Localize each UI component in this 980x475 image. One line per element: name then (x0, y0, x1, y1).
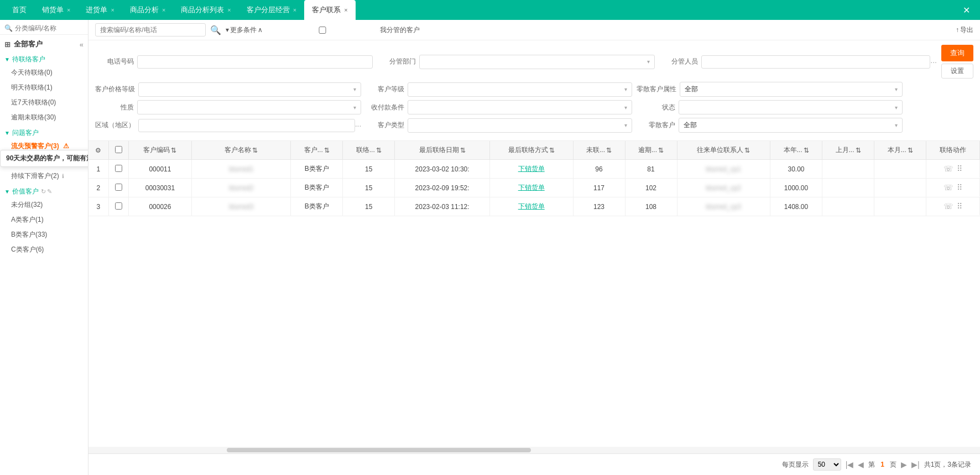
refresh-icon[interactable]: ↻ (41, 188, 46, 195)
tab-customer-contact[interactable]: 客户联系 × (304, 0, 355, 20)
field-nature: 性质 ▾ (95, 100, 361, 114)
cell-checkbox-1[interactable] (108, 179, 128, 197)
field-retail-customer-select[interactable]: 全部▾ (679, 118, 903, 133)
col-code-sort: 客户编码 ⇅ (143, 145, 176, 155)
sidebar-collapse-icon[interactable]: « (80, 40, 84, 49)
tab-product-analysis-list[interactable]: 商品分析列表 × (173, 0, 238, 20)
field-region-dots[interactable]: ··· (355, 121, 362, 130)
search-button[interactable]: 🔍 (210, 25, 221, 35)
cell-checkbox-2[interactable] (108, 197, 128, 216)
sidebar-item-today-pending[interactable]: 今天待联络(0) (0, 65, 88, 80)
col-overdue[interactable]: 逾期... ⇅ (625, 141, 677, 160)
arrow-icon-value: ▼ (4, 189, 10, 195)
cell-last-contact-method-2[interactable]: 下销货单 (489, 197, 573, 216)
cell-checkbox-0[interactable] (108, 160, 128, 179)
settings-button[interactable]: 设置 (941, 64, 973, 79)
sidebar-item-class-a[interactable]: A类客户(1) (0, 212, 88, 227)
sidebar-item-class-c[interactable]: C类客户(6) (0, 242, 88, 257)
more-conditions-button[interactable]: ▾ 更多条件 ∧ (226, 25, 263, 35)
per-page-label: 每页显示 (782, 460, 809, 469)
col-last-contact-method[interactable]: 最后联络方式 ⇅ (489, 141, 573, 160)
query-button[interactable]: 查询 (941, 45, 973, 61)
tab-customer-tier[interactable]: 客户分层经营 × (239, 0, 304, 20)
tab-sales-order[interactable]: 销货单 × (34, 0, 78, 20)
sidebar-search-input[interactable] (15, 24, 88, 32)
search-input[interactable] (95, 23, 206, 36)
col-last-month[interactable]: 上月... ⇅ (822, 141, 874, 160)
tab-close-product-analysis-list[interactable]: × (227, 7, 231, 13)
action-contact-icon-2[interactable]: ☏ (943, 202, 953, 211)
tab-home[interactable]: 首页 (4, 0, 34, 20)
tab-close-product-analysis[interactable]: × (162, 7, 165, 13)
field-dept-select[interactable]: ▾ (419, 55, 655, 69)
field-region-input[interactable] (138, 119, 355, 132)
col-last-contact-date[interactable]: 最后联络日期 ⇅ (395, 141, 490, 160)
col-no-contact-days[interactable]: 未联... ⇅ (573, 141, 625, 160)
sidebar-item-7days-pending[interactable]: 近7天待联络(0) (0, 95, 88, 110)
sidebar-item-class-b[interactable]: B类客户(33) (0, 227, 88, 242)
action-more-icon-0[interactable]: ⠿ (957, 164, 962, 173)
col-contact-count[interactable]: 联络... ⇅ (343, 141, 395, 160)
tab-close-customer-tier[interactable]: × (293, 7, 296, 13)
per-page-select[interactable]: 50 100 200 (813, 458, 841, 471)
close-all-tabs-button[interactable]: ✕ (957, 5, 976, 15)
tab-purchase-order[interactable]: 进货单 × (78, 0, 122, 20)
field-customer-tier-select[interactable]: ▾ (408, 82, 632, 97)
sidebar-item-churn-warning[interactable]: 流失预警客户(3) ⚠ 90天未交易的客户，可能有流失风险。 (0, 139, 88, 154)
sidebar-all-customers[interactable]: ⊞ 全部客户 « (0, 35, 88, 51)
col-type[interactable]: 客户... ⇅ (291, 141, 343, 160)
row-checkbox-0[interactable] (115, 165, 122, 172)
tab-close-customer-contact[interactable]: × (344, 7, 347, 13)
col-settings[interactable]: ⚙ (88, 141, 108, 160)
cell-last-contact-method-1[interactable]: 下销货单 (489, 179, 573, 197)
field-retail-attr-select[interactable]: 全部▾ (680, 82, 903, 97)
adv-filter-row-2: 客户价格等级 ▾ 客户等级 ▾ 零散客户属性 全部▾ (95, 82, 973, 97)
select-all-checkbox[interactable] (115, 146, 122, 153)
my-customers-checkbox[interactable] (267, 27, 378, 34)
col-name[interactable]: 客户名称 ⇅ (192, 141, 291, 160)
sidebar-item-tomorrow-pending[interactable]: 明天待联络(1) (0, 80, 88, 95)
row-checkbox-2[interactable] (115, 202, 122, 210)
field-price-tier-select[interactable]: ▾ (138, 82, 361, 97)
prev-page-button[interactable]: ◀ (858, 460, 864, 469)
export-button[interactable]: ↑ 导出 (956, 25, 973, 35)
field-payment-select[interactable]: ▾ (408, 100, 632, 114)
action-contact-icon-1[interactable]: ☏ (943, 183, 953, 192)
scrollbar-thumb[interactable] (227, 448, 531, 452)
col-this-month[interactable]: 本月... ⇅ (874, 141, 926, 160)
field-phone-input[interactable] (137, 55, 373, 69)
horizontal-scrollbar[interactable] (88, 447, 980, 453)
row-checkbox-1[interactable] (115, 184, 122, 191)
my-customers-checkbox-label[interactable]: 我分管的客户 (267, 25, 420, 35)
edit-icon[interactable]: ✎ (47, 188, 52, 195)
col-contact-person[interactable]: 往来单位联系人 ⇅ (677, 141, 770, 160)
last-page-button[interactable]: ▶| (911, 460, 920, 469)
dept-down-arrow: ▾ (647, 59, 650, 65)
col-checkbox-all[interactable] (108, 141, 128, 160)
first-page-button[interactable]: |◀ (846, 460, 854, 469)
cell-last-contact-method-0[interactable]: 下销货单 (489, 160, 573, 179)
field-status-select[interactable]: ▾ (679, 100, 903, 114)
field-customer-type-select[interactable]: ▾ (408, 118, 632, 133)
field-nature-select[interactable]: ▾ (137, 100, 361, 114)
col-this-year[interactable]: 本年... ⇅ (770, 141, 822, 160)
col-code[interactable]: 客户编码 ⇅ (128, 141, 192, 160)
tab-close-purchase-order[interactable]: × (111, 7, 114, 13)
field-customer-type-label: 客户类型 (366, 121, 404, 130)
field-manager-dots[interactable]: ··· (930, 58, 937, 66)
sidebar-item-declining[interactable]: 持续下滑客户(2) ℹ (0, 169, 88, 184)
customer-tier-arrow: ▾ (624, 86, 627, 92)
sidebar-group-pending[interactable]: ▼ 待联络客户 (0, 51, 88, 65)
tab-close-sales-order[interactable]: × (67, 7, 70, 13)
sidebar-group-value[interactable]: ▼ 价值客户 ↻ ✎ (0, 184, 88, 197)
cell-last-month-0 (822, 160, 874, 179)
action-more-icon-2[interactable]: ⠿ (957, 202, 962, 211)
sidebar-item-overdue-pending[interactable]: 逾期未联络(30) (0, 110, 88, 125)
sidebar-item-ungrouped[interactable]: 未分组(32) (0, 197, 88, 212)
action-more-icon-1[interactable]: ⠿ (957, 183, 962, 192)
field-manager-input[interactable] (701, 55, 930, 69)
action-contact-icon-0[interactable]: ☏ (943, 164, 953, 173)
tab-product-analysis[interactable]: 商品分析 × (122, 0, 173, 20)
next-page-button[interactable]: ▶ (901, 460, 907, 469)
sidebar-group-problem[interactable]: ▼ 问题客户 (0, 125, 88, 139)
